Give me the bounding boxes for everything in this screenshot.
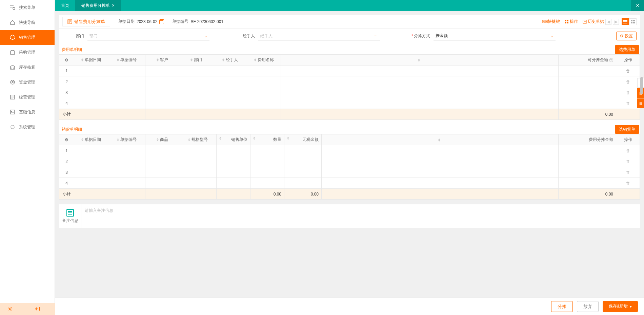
sidebar-item-search[interactable]: 搜索菜单 bbox=[0, 0, 55, 15]
table-row[interactable]: 1🗑 bbox=[59, 66, 640, 76]
fund-icon: ¥ bbox=[9, 79, 16, 85]
doc-no-field: 单据编号 SF-20230602-001 bbox=[172, 19, 223, 24]
select-sales-button[interactable]: 选销货单 bbox=[615, 125, 639, 134]
expense-table: ⚙ 单据日期 单据编号 客户 部门 经手人 费用名称 可分摊金额? 操作 1🗑 … bbox=[59, 54, 640, 120]
th-product[interactable]: 商品 bbox=[145, 134, 179, 145]
sidebar-settings-button[interactable] bbox=[0, 307, 20, 311]
delete-icon[interactable]: 🗑 bbox=[626, 170, 630, 175]
remark-tab[interactable]: 备注信息 bbox=[59, 204, 81, 228]
th-date[interactable]: 单据日期 bbox=[74, 134, 108, 145]
tab-home[interactable]: 首页 bbox=[55, 0, 75, 11]
settings-button[interactable]: ⚙设置 bbox=[616, 32, 637, 40]
vertical-scrollbar[interactable] bbox=[639, 15, 644, 297]
th-fee[interactable]: 费用名称 bbox=[247, 55, 281, 66]
operate-link[interactable]: 操作 bbox=[565, 19, 578, 24]
th-gear[interactable]: ⚙ bbox=[59, 55, 74, 66]
svg-point-17 bbox=[11, 125, 14, 129]
th-blank[interactable] bbox=[281, 55, 559, 66]
th-spec[interactable]: 规格型号 bbox=[179, 134, 217, 145]
table-row[interactable]: 1🗑 bbox=[59, 145, 640, 156]
sidebar-item-purchase[interactable]: 采购管理 bbox=[0, 45, 55, 60]
sidebar-item-fund[interactable]: ¥ 资金管理 bbox=[0, 75, 55, 90]
document-title-chip: 销售费用分摊单 bbox=[62, 17, 110, 26]
th-op: 操作 bbox=[616, 55, 640, 66]
scrollbar-thumb[interactable] bbox=[640, 77, 643, 94]
calendar-icon[interactable] bbox=[159, 19, 164, 24]
search-icon bbox=[9, 4, 16, 11]
delete-icon[interactable]: 🗑 bbox=[626, 69, 630, 73]
remark-input[interactable] bbox=[81, 204, 640, 228]
svg-line-3 bbox=[15, 9, 15, 10]
expense-title: 费用单明细 bbox=[60, 47, 82, 53]
discard-button[interactable]: 放弃 bbox=[577, 301, 599, 312]
nav-next-button[interactable]: ▶ bbox=[613, 19, 619, 25]
gear-icon: ⚙ bbox=[65, 137, 68, 142]
sidebar-item-inventory[interactable]: 库存核算 bbox=[0, 60, 55, 75]
delete-icon[interactable]: 🗑 bbox=[626, 101, 630, 106]
delete-icon[interactable]: 🗑 bbox=[626, 90, 630, 95]
inventory-icon bbox=[9, 64, 16, 70]
sidebar-collapse-button[interactable] bbox=[20, 307, 55, 311]
select-expense-button[interactable]: 选费用单 bbox=[615, 45, 639, 54]
view-card-button[interactable] bbox=[629, 18, 637, 25]
remark-tab-label: 备注信息 bbox=[62, 218, 78, 224]
sidebar-item-label: 销售管理 bbox=[19, 35, 35, 40]
th-customer[interactable]: 客户 bbox=[145, 55, 179, 66]
handler-input[interactable] bbox=[258, 31, 380, 41]
sales-title: 销货单明细 bbox=[60, 127, 82, 132]
help-icon[interactable]: ? bbox=[609, 58, 613, 62]
delete-icon[interactable]: 🗑 bbox=[626, 159, 630, 164]
nav-prev-button[interactable]: ◀ bbox=[605, 19, 611, 25]
th-alloc[interactable]: 可分摊金额? bbox=[559, 55, 616, 66]
sidebar-item-sales[interactable]: 销售管理 bbox=[0, 30, 55, 45]
sales-subtotal-qty: 0.00 bbox=[250, 189, 284, 200]
sales-subtotal-alloc: 0.00 bbox=[559, 189, 616, 200]
tab-close-icon[interactable]: × bbox=[112, 3, 115, 8]
more-icon[interactable]: ⋯ bbox=[374, 34, 378, 38]
th-alloc[interactable]: 费用分摊金额 bbox=[559, 134, 616, 145]
th-blank[interactable] bbox=[322, 134, 559, 145]
view-list-button[interactable] bbox=[622, 18, 629, 25]
note-icon bbox=[66, 209, 74, 217]
table-row[interactable]: 4🗑 bbox=[59, 98, 640, 109]
form-row: 部门 ⌄ 经手人 ⋯ *分摊方式 ⌄ ⚙设置 bbox=[59, 29, 640, 43]
svg-rect-14 bbox=[11, 111, 12, 112]
doc-date-value[interactable]: 2023-06-02 bbox=[137, 19, 157, 24]
sidebar-item-system[interactable]: 系统管理 bbox=[0, 119, 55, 134]
th-unit[interactable]: 销售单位 bbox=[217, 134, 250, 145]
delete-icon[interactable]: 🗑 bbox=[626, 148, 630, 153]
th-no[interactable]: 单据编号 bbox=[108, 55, 145, 66]
method-label: *分摊方式 bbox=[411, 33, 430, 39]
th-qty[interactable]: 数量 bbox=[250, 134, 284, 145]
table-row[interactable]: 3🗑 bbox=[59, 167, 640, 178]
sales-icon bbox=[9, 34, 16, 40]
tab-current[interactable]: 销售费用分摊单 × bbox=[75, 0, 121, 11]
table-row[interactable]: 4🗑 bbox=[59, 178, 640, 189]
allocate-button[interactable]: 分摊 bbox=[551, 301, 573, 312]
shortcut-link[interactable]: ⌨快捷键 bbox=[543, 19, 560, 24]
sidebar-item-info[interactable]: 基础信息 bbox=[0, 105, 55, 119]
th-handler[interactable]: 经手人 bbox=[213, 55, 247, 66]
history-link[interactable]: 历史单据 bbox=[583, 19, 604, 24]
table-row[interactable]: 3🗑 bbox=[59, 87, 640, 98]
th-excl[interactable]: 无税金额 bbox=[284, 134, 322, 145]
th-dept[interactable]: 部门 bbox=[179, 55, 213, 66]
document-icon bbox=[67, 19, 72, 24]
table-row[interactable]: 2🗑 bbox=[59, 156, 640, 167]
dept-input[interactable] bbox=[87, 31, 209, 41]
sidebar-item-quicknav[interactable]: 快捷导航 bbox=[0, 15, 55, 30]
th-gear[interactable]: ⚙ bbox=[59, 134, 74, 145]
th-no[interactable]: 单据编号 bbox=[108, 134, 145, 145]
th-date[interactable]: 单据日期 bbox=[74, 55, 108, 66]
table-row[interactable]: 2🗑 bbox=[59, 76, 640, 87]
tabs-close-all-button[interactable]: × bbox=[631, 0, 644, 11]
doc-no-value: SF-20230602-001 bbox=[190, 19, 223, 24]
sidebar-item-biz[interactable]: 经营管理 bbox=[0, 90, 55, 105]
method-input[interactable] bbox=[434, 31, 556, 41]
save-new-button[interactable]: 保存&新增▾ bbox=[603, 301, 638, 312]
delete-icon[interactable]: 🗑 bbox=[626, 79, 630, 84]
handler-label: 经手人 bbox=[243, 33, 255, 39]
delete-icon[interactable]: 🗑 bbox=[626, 181, 630, 186]
info-icon bbox=[9, 109, 16, 115]
sidebar-item-label: 基础信息 bbox=[19, 109, 35, 115]
